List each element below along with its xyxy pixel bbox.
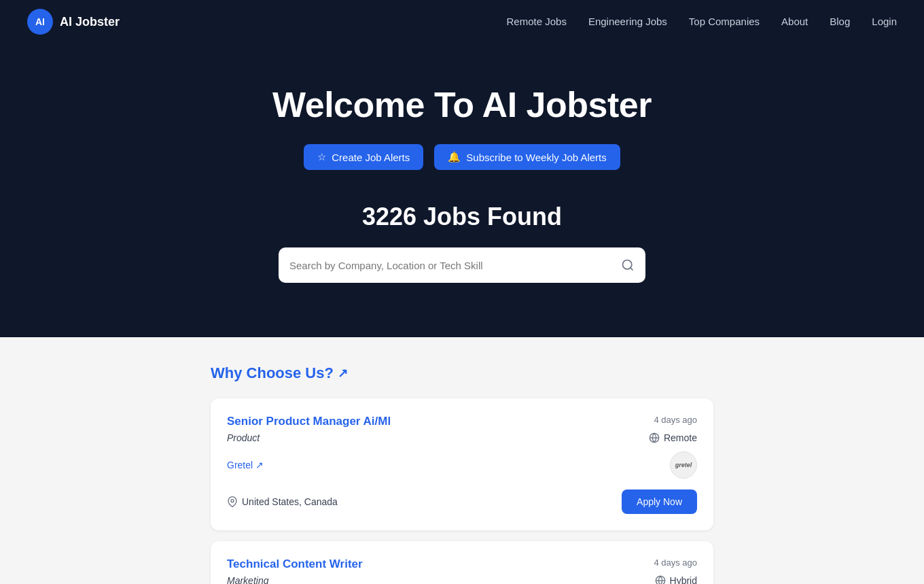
- globe-icon: [655, 575, 666, 584]
- company-row: Gretel ↗ gretel: [227, 451, 697, 479]
- globe-icon: [649, 432, 660, 443]
- create-job-alerts-button[interactable]: ☆ Create Job Alerts: [304, 144, 423, 170]
- external-link-icon: ↗: [255, 460, 264, 470]
- svg-text:AI: AI: [35, 16, 45, 27]
- search-input[interactable]: [289, 260, 621, 271]
- jobs-count: 3226 Jobs Found: [14, 203, 910, 231]
- nav-top-companies[interactable]: Top Companies: [689, 16, 760, 27]
- svg-point-6: [231, 500, 234, 502]
- search-icon: [621, 258, 635, 272]
- job-card: Senior Product Manager Ai/Ml 4 days ago …: [211, 398, 713, 530]
- location-type-label: Hybrid: [670, 575, 697, 584]
- job-title[interactable]: Senior Product Manager Ai/Ml: [227, 415, 391, 428]
- job-time: 4 days ago: [654, 415, 697, 425]
- job-card-top: Senior Product Manager Ai/Ml 4 days ago: [227, 415, 697, 428]
- nav-blog[interactable]: Blog: [830, 16, 850, 27]
- job-category: Marketing: [227, 575, 268, 584]
- nav-about[interactable]: About: [781, 16, 808, 27]
- company-name[interactable]: Gretel ↗: [227, 460, 264, 470]
- logo-link[interactable]: AI AI Jobster: [27, 9, 120, 35]
- location-type-label: Remote: [664, 432, 697, 443]
- job-card-bottom: United States, Canada Apply Now: [227, 489, 697, 514]
- location-pin-icon: [227, 496, 238, 507]
- logo-text: AI Jobster: [60, 15, 120, 29]
- job-card: Technical Content Writer 4 days ago Mark…: [211, 541, 713, 584]
- nav-engineering-jobs[interactable]: Engineering Jobs: [588, 16, 667, 27]
- star-icon: ☆: [317, 151, 326, 163]
- job-category: Product: [227, 432, 260, 443]
- hero-title: Welcome To AI Jobster: [14, 84, 910, 125]
- location-text: United States, Canada: [242, 496, 338, 507]
- job-location-type: Hybrid: [655, 575, 697, 584]
- search-bar: [279, 247, 645, 283]
- svg-point-7: [656, 576, 664, 584]
- company-logo: gretel: [670, 451, 697, 479]
- svg-line-3: [630, 268, 633, 271]
- job-time: 4 days ago: [654, 557, 697, 568]
- hero-buttons: ☆ Create Job Alerts 🔔 Subscribe to Weekl…: [14, 144, 910, 170]
- job-card-top: Technical Content Writer 4 days ago: [227, 557, 697, 571]
- job-location-type: Remote: [649, 432, 697, 443]
- subscribe-alerts-button[interactable]: 🔔 Subscribe to Weekly Job Alerts: [434, 144, 620, 170]
- apply-now-button[interactable]: Apply Now: [622, 489, 697, 514]
- main-content: Why Choose Us? ↗ Senior Product Manager …: [197, 337, 727, 584]
- job-title[interactable]: Technical Content Writer: [227, 557, 363, 571]
- bell-icon: 🔔: [448, 151, 461, 163]
- logo-icon: AI: [27, 9, 53, 35]
- job-card-middle: Product Remote: [227, 432, 697, 443]
- search-button[interactable]: [621, 258, 635, 272]
- external-link-icon: ↗: [338, 366, 348, 381]
- nav-links: Remote Jobs Engineering Jobs Top Compani…: [507, 16, 897, 28]
- nav-login[interactable]: Login: [872, 16, 897, 27]
- hero-section: Welcome To AI Jobster ☆ Create Job Alert…: [0, 44, 924, 337]
- navbar: AI AI Jobster Remote Jobs Engineering Jo…: [0, 0, 924, 44]
- job-card-middle: Marketing Hybrid: [227, 575, 697, 584]
- svg-point-2: [623, 260, 632, 269]
- section-title: Why Choose Us? ↗: [211, 364, 713, 382]
- nav-remote-jobs[interactable]: Remote Jobs: [507, 16, 567, 27]
- job-location: United States, Canada: [227, 496, 338, 507]
